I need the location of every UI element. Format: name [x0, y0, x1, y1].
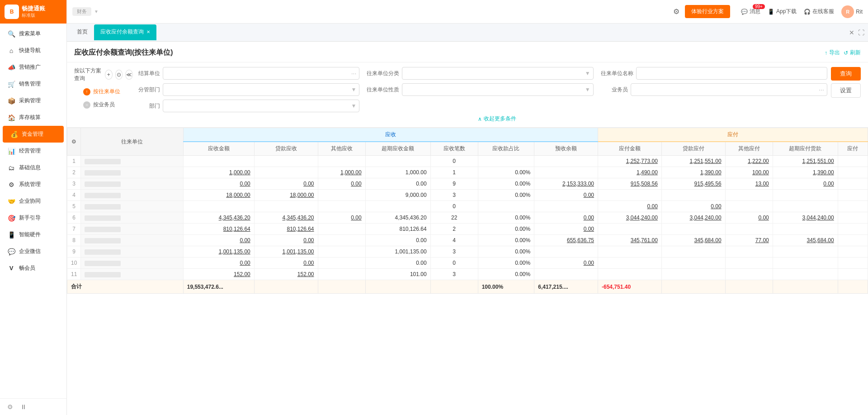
table-cell[interactable]: 2,153,333.00: [534, 178, 598, 190]
table-cell[interactable]: 810,126.64: [183, 224, 254, 235]
table-cell[interactable]: 915,495.56: [661, 178, 725, 190]
table-cell[interactable]: 152.00: [183, 269, 254, 280]
table-cell[interactable]: 655,636.75: [534, 235, 598, 246]
dept-manage-select[interactable]: ▼: [163, 83, 359, 96]
table-cell[interactable]: 0.00: [318, 178, 365, 190]
table-cell[interactable]: 18,000.00: [183, 190, 254, 201]
tab-close-icon[interactable]: ✕: [146, 29, 150, 34]
sidebar-item-operations[interactable]: 📊 经营管理: [0, 143, 66, 159]
table-cell[interactable]: 0.00: [254, 235, 318, 246]
table-cell[interactable]: 0.00: [534, 224, 598, 235]
table-cell[interactable]: 345,684.00: [773, 235, 838, 246]
table-cell[interactable]: 13.00: [725, 178, 773, 190]
table-cell[interactable]: 0.00: [183, 258, 254, 269]
table-cell[interactable]: 810,126.64: [254, 224, 318, 235]
sidebar-item-inventory[interactable]: 🏠 库存核算: [0, 109, 66, 126]
sidebar-item-wechat[interactable]: 💬 企业微信: [0, 243, 66, 260]
tab-close-window-icon[interactable]: ✕: [849, 29, 854, 36]
filter-add-btn[interactable]: +: [105, 70, 113, 80]
table-cell[interactable]: 1,390.00: [661, 167, 725, 178]
sidebar-item-sales[interactable]: 🛒 销售管理: [0, 76, 66, 92]
table-cell[interactable]: 0.00: [318, 212, 365, 224]
table-cell[interactable]: 0.00: [661, 201, 725, 212]
dept-select[interactable]: ▼: [163, 100, 359, 112]
table-cell[interactable]: 4,345,436.20: [183, 212, 254, 224]
table-cell[interactable]: 1,251,551.00: [661, 156, 725, 167]
filter-nav-by-staff[interactable]: ○ 按业务员: [80, 99, 133, 110]
refresh-button[interactable]: ↺ 刷新: [844, 49, 861, 57]
settlement-unit-input[interactable]: ···: [163, 67, 359, 80]
table-cell[interactable]: 0.00: [725, 212, 773, 224]
table-cell[interactable]: 1,001,135.00: [254, 246, 318, 258]
table-cell[interactable]: 1,000.00: [318, 167, 365, 178]
table-cell[interactable]: 915,508.56: [598, 178, 662, 190]
filter-collapse-btn[interactable]: ≪: [125, 70, 133, 80]
table-cell[interactable]: 4,345,436.20: [254, 212, 318, 224]
table-cell[interactable]: 1,000.00: [183, 167, 254, 178]
unit-nature-select[interactable]: ▼: [402, 83, 593, 96]
table-cell[interactable]: 77.00: [725, 235, 773, 246]
unit-name-input[interactable]: [636, 67, 827, 80]
sidebar-item-basic-info[interactable]: 🗂 基础信息: [0, 159, 66, 176]
table-cell: [598, 269, 662, 280]
online-service-btn[interactable]: 🎧 在线客服: [804, 8, 834, 15]
table-cell[interactable]: 0.00: [534, 212, 598, 224]
table-cell[interactable]: 1,222.00: [725, 156, 773, 167]
sidebar-item-search-menu[interactable]: 🔍 搜索菜单: [0, 25, 66, 42]
table-cell[interactable]: 0.00: [534, 190, 598, 201]
sidebar-item-hardware[interactable]: 📱 智能硬件: [0, 226, 66, 243]
table-cell[interactable]: 152.00: [254, 269, 318, 280]
table-cell[interactable]: 1,490.00: [598, 167, 662, 178]
sidebar-item-vip[interactable]: V 畅会员: [0, 260, 66, 277]
tab-home[interactable]: 首页: [71, 24, 94, 40]
table-cell[interactable]: 1,251,551.00: [773, 156, 838, 167]
settings-footer-icon[interactable]: ⚙: [7, 403, 13, 410]
table-cell[interactable]: 18,000.00: [254, 190, 318, 201]
table-cell[interactable]: 345,684.00: [661, 235, 725, 246]
table-cell[interactable]: 1,252,773.00: [598, 156, 662, 167]
table-cell[interactable]: 0.00: [534, 258, 598, 269]
table-cell[interactable]: 0.00: [598, 201, 662, 212]
unit-category-select[interactable]: ▼: [402, 67, 593, 80]
user-menu[interactable]: R Rit: [841, 5, 863, 18]
tab-ar-ap-query[interactable]: 应收应付余额查询 ✕: [94, 24, 156, 40]
table-cell[interactable]: 0.00: [183, 178, 254, 190]
sidebar-item-marketing[interactable]: 📣 营销推广: [0, 59, 66, 76]
table-cell[interactable]: 100.00: [725, 167, 773, 178]
table-cell-partner: [81, 258, 183, 269]
filter-nav-by-unit[interactable]: ↑ 按往来单位: [80, 86, 133, 97]
sidebar-item-finance[interactable]: 💰 资金管理: [3, 126, 64, 143]
export-button[interactable]: ↑ 导出: [825, 49, 840, 57]
message-btn[interactable]: 💬 消息 99+: [741, 8, 760, 15]
table-settings-icon[interactable]: ⚙: [71, 138, 76, 145]
table-cell[interactable]: 3,044,240.00: [661, 212, 725, 224]
sidebar-item-quick-nav[interactable]: ⌂ 快捷导航: [0, 42, 66, 59]
table-cell[interactable]: 1,390.00: [773, 167, 838, 178]
salesperson-input[interactable]: ···: [631, 83, 827, 96]
table-cell[interactable]: 3,044,240.00: [773, 212, 838, 224]
table-cell[interactable]: 0.00: [183, 235, 254, 246]
query-button[interactable]: 查询: [831, 67, 861, 81]
sidebar-item-system[interactable]: ⚙ 系统管理: [0, 176, 66, 193]
table-cell[interactable]: 3,044,240.00: [598, 212, 662, 224]
sidebar-item-guide[interactable]: 🎯 新手引导: [0, 210, 66, 226]
th-settings[interactable]: ⚙: [67, 128, 81, 156]
table-cell[interactable]: 1,001,135.00: [183, 246, 254, 258]
filter-settings-btn[interactable]: ⊙: [115, 70, 123, 80]
table-cell[interactable]: 0.00: [254, 178, 318, 190]
table-cell: [254, 201, 318, 212]
table-cell[interactable]: 0.00: [254, 258, 318, 269]
set-button[interactable]: 设置: [831, 83, 861, 98]
promo-button[interactable]: 体验行业方案: [685, 5, 730, 18]
collapse-filter-btn[interactable]: ∧ 收起更多条件: [133, 115, 861, 123]
app-download-btn[interactable]: 📱 App下载: [768, 8, 797, 15]
collapse-sidebar-icon[interactable]: ⏸: [20, 403, 27, 410]
sidebar-item-purchase[interactable]: 📦 采购管理: [0, 92, 66, 109]
sidebar-item-cooperation[interactable]: 🤝 企业协同: [0, 193, 66, 210]
hardware-icon: 📱: [7, 231, 15, 239]
table-cell[interactable]: 0.00: [773, 178, 838, 190]
topbar-settings-icon[interactable]: ⚙: [671, 5, 681, 18]
th-ar-ratio: 应收款占比: [478, 142, 534, 156]
table-cell[interactable]: 345,761.00: [598, 235, 662, 246]
tab-maximize-icon[interactable]: ⛶: [858, 29, 864, 36]
